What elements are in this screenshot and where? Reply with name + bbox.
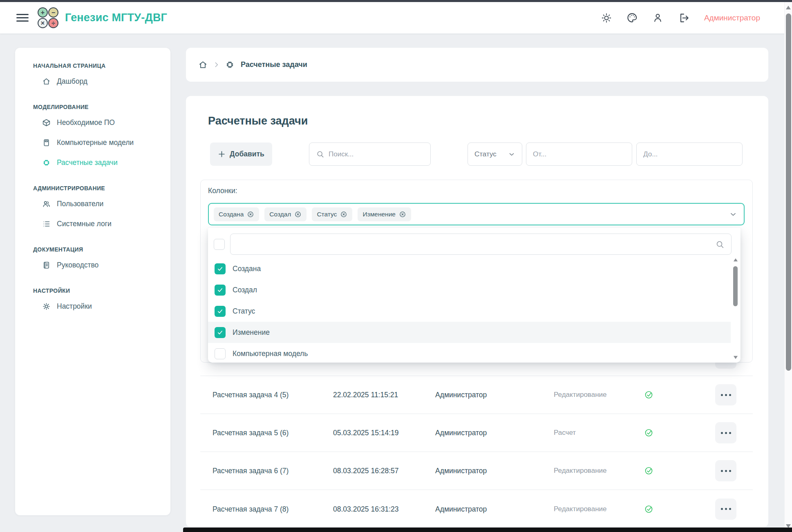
status-select-label: Статус [474, 150, 497, 158]
window-top-edge [0, 0, 792, 2]
dropdown-option[interactable]: Создана [208, 258, 731, 279]
cube-icon [42, 118, 51, 127]
add-button-label: Добавить [230, 150, 264, 158]
tag-remove-icon[interactable] [247, 211, 254, 218]
dropdown-scrollbar-thumb[interactable] [733, 266, 738, 306]
check-circle-icon [644, 390, 653, 400]
column-tag-label: Изменение [362, 211, 396, 218]
column-tag-label: Создал [269, 211, 291, 218]
columns-multiselect[interactable]: Создана Создал Статус Изменение [208, 203, 745, 225]
dropdown-option[interactable]: Статус [208, 301, 731, 322]
scroll-up-arrow-icon[interactable] [734, 258, 738, 262]
sidebar-item-label: Руководство [57, 261, 98, 269]
home-icon [42, 77, 51, 86]
row-menu-button[interactable] [715, 499, 736, 520]
logout-icon[interactable] [678, 12, 689, 24]
dropdown-option-label: Изменение [233, 328, 270, 337]
row-menu-button[interactable] [715, 422, 736, 443]
task-author: Администратор [435, 467, 487, 475]
dropdown-option-label: Статус [233, 307, 255, 316]
task-status: Редактирование [554, 505, 607, 513]
sidebar-item-settings[interactable]: Настройки [33, 296, 162, 316]
chevron-right-icon [213, 61, 220, 68]
sidebar-item-label: Пользователи [57, 200, 103, 208]
unchecked-checkbox-icon[interactable] [215, 348, 226, 359]
tag-remove-icon[interactable] [399, 211, 406, 218]
status-select[interactable]: Статус [468, 142, 522, 166]
breadcrumb: Расчетные задачи [186, 48, 768, 82]
app-logo: + − × ÷ [38, 7, 58, 28]
dropdown-option-highlighted[interactable]: Изменение [208, 322, 731, 343]
dropdown-option[interactable]: Компьютерная модель [208, 343, 731, 364]
hamburger-menu-icon[interactable] [16, 12, 29, 24]
table-row[interactable]: Расчетная задача 4 (5) 22.02.2025 11:15:… [200, 376, 753, 414]
column-tag: Изменение [358, 207, 411, 221]
select-all-checkbox[interactable] [214, 239, 225, 250]
tag-remove-icon[interactable] [340, 211, 347, 218]
chip-icon [42, 158, 51, 167]
gear-icon [42, 302, 51, 311]
logo-divide-icon: ÷ [48, 18, 58, 28]
task-status: Расчет [554, 429, 576, 437]
theme-sun-icon[interactable] [601, 13, 612, 23]
tag-remove-icon[interactable] [294, 211, 302, 218]
search-input[interactable] [329, 150, 430, 158]
table-row[interactable]: Расчетная задача 7 (8) 08.03.2025 16:31:… [200, 490, 753, 528]
chevron-down-icon[interactable] [729, 210, 737, 218]
date-from-field [526, 142, 632, 166]
breadcrumb-chip-icon [225, 60, 235, 69]
dropdown-option[interactable]: Создал [208, 279, 731, 301]
search-field [309, 142, 431, 166]
table-row[interactable]: Расчетная задача 6 (7) 08.03.2025 16:28:… [200, 452, 753, 490]
sidebar-item-required-software[interactable]: Необходимое ПО [33, 113, 162, 133]
check-circle-icon [644, 466, 653, 476]
sidebar: НАЧАЛЬНАЯ СТРАНИЦА Дашборд МОДЕЛИРОВАНИЕ… [15, 48, 170, 515]
palette-icon[interactable] [626, 12, 638, 23]
sidebar-item-label: Системные логи [57, 220, 112, 228]
dropdown-option-label: Создал [233, 286, 257, 294]
date-from-input[interactable] [533, 150, 625, 158]
task-created: 22.02.2025 11:15:21 [333, 391, 398, 399]
checked-checkbox-icon[interactable] [215, 263, 226, 274]
sidebar-item-dashboard[interactable]: Дашборд [33, 71, 162, 91]
sidebar-item-label: Настройки [57, 302, 92, 311]
scroll-down-arrow-icon[interactable] [734, 356, 738, 359]
table-row-partial [200, 363, 753, 376]
sidebar-item-manual[interactable]: Руководство [33, 255, 162, 275]
columns-dropdown: Создана Создал Статус Изменение [208, 228, 741, 363]
row-menu-button[interactable] [715, 460, 736, 481]
sidebar-item-label: Дашборд [57, 77, 87, 86]
sidebar-item-label: Компьютерные модели [57, 138, 134, 147]
task-created: 05.03.2025 15:14:19 [333, 429, 399, 437]
horizontal-scrollbar[interactable] [183, 528, 792, 532]
add-button[interactable]: Добавить [210, 142, 272, 166]
breadcrumb-home-icon[interactable] [198, 60, 208, 69]
sidebar-item-calculation-tasks[interactable]: Расчетные задачи [33, 153, 162, 173]
calculator-icon [42, 138, 51, 147]
task-name: Расчетная задача 5 (6) [213, 429, 289, 437]
page-title: Расчетные задачи [208, 115, 308, 127]
sidebar-item-system-logs[interactable]: Системные логи [33, 214, 162, 234]
checked-checkbox-icon[interactable] [215, 327, 226, 338]
table-row[interactable]: Расчетная задача 5 (6) 05.03.2025 15:14:… [200, 414, 753, 452]
dropdown-search-input[interactable] [230, 234, 731, 254]
dropdown-scrollbar[interactable] [733, 258, 738, 359]
breadcrumb-page-label[interactable]: Расчетные задачи [241, 60, 307, 69]
user-role-label[interactable]: Администратор [704, 13, 760, 22]
sidebar-item-users[interactable]: Пользователи [33, 194, 162, 214]
sidebar-item-computer-models[interactable]: Компьютерные модели [33, 133, 162, 153]
checked-checkbox-icon[interactable] [215, 285, 226, 296]
dropdown-option-label: Компьютерная модель [233, 349, 308, 358]
logs-icon [42, 220, 51, 228]
column-tag-label: Статус [317, 211, 337, 218]
checked-checkbox-icon[interactable] [215, 306, 226, 317]
page-scrollbar[interactable] [784, 2, 792, 532]
sidebar-group-title: НАСТРОЙКИ [33, 287, 162, 294]
check-circle-icon [644, 428, 653, 438]
scroll-up-arrow-icon[interactable] [786, 6, 791, 9]
date-to-input[interactable] [643, 150, 736, 158]
sidebar-group-title: НАЧАЛЬНАЯ СТРАНИЦА [33, 62, 162, 69]
user-icon[interactable] [652, 12, 663, 23]
row-menu-button[interactable] [715, 384, 736, 405]
page-scrollbar-thumb[interactable] [786, 13, 791, 371]
